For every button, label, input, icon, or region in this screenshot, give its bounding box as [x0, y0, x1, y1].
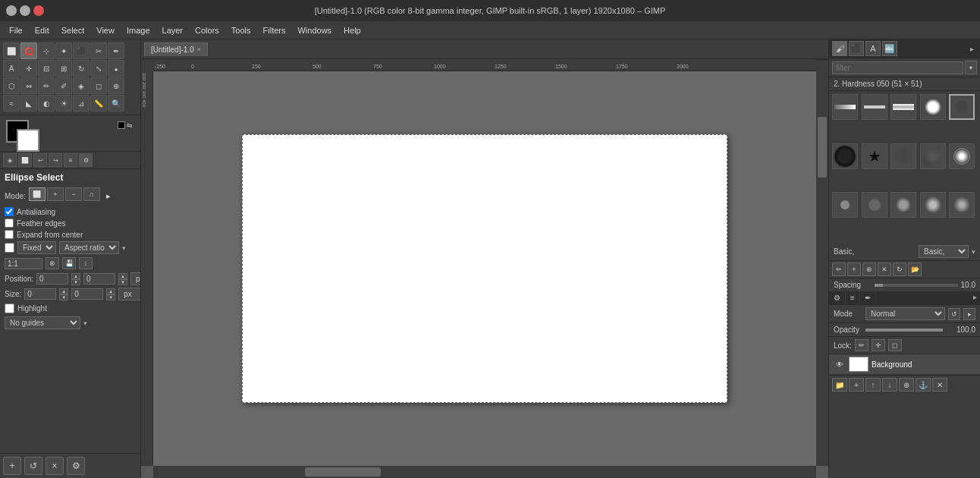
brush-sm-circle[interactable]	[832, 192, 858, 218]
brush-dup-btn[interactable]: ⊕	[862, 263, 876, 276]
raise-layer-btn[interactable]: ↑	[865, 378, 881, 392]
layer-mode-select[interactable]: Normal Multiply Screen Overlay	[865, 307, 945, 320]
brush-filter-input[interactable]	[832, 61, 963, 74]
menu-select[interactable]: Select	[55, 24, 91, 36]
menu-colors[interactable]: Colors	[189, 24, 225, 36]
size-w-up[interactable]: ▲	[59, 288, 68, 294]
tool-dodge[interactable]: ☀	[55, 95, 72, 112]
brush-open-btn[interactable]: 📂	[908, 263, 922, 276]
tool-scale[interactable]: ⤡	[90, 60, 107, 77]
spacing-slider[interactable]	[875, 284, 958, 287]
highlight-checkbox[interactable]	[5, 303, 14, 313]
tool-pencil[interactable]: ✐	[55, 77, 72, 94]
tool-color-picker[interactable]: ⊿	[73, 95, 90, 112]
tool-move[interactable]: ✛	[20, 60, 37, 77]
ratio-reset-btn[interactable]: ⊗	[46, 257, 59, 269]
brush-splash2[interactable]	[920, 143, 946, 169]
delete-tool-btn[interactable]: ×	[46, 457, 64, 475]
size-h-up[interactable]: ▲	[106, 288, 115, 294]
opacity-slider[interactable]	[865, 329, 943, 332]
scrollbar-h-thumb[interactable]	[305, 467, 381, 476]
menu-view[interactable]: View	[90, 24, 121, 36]
swap-colors-icon[interactable]: ⇆	[127, 121, 133, 129]
expand-icon[interactable]: ▸	[106, 191, 111, 201]
maximize-button[interactable]	[20, 5, 30, 16]
minimize-button[interactable]	[6, 5, 17, 16]
fixed-checkbox[interactable]	[5, 243, 14, 253]
brush-c14[interactable]	[920, 192, 946, 218]
brushes-tab[interactable]: 🖌	[832, 41, 847, 56]
menu-tools[interactable]: Tools	[225, 24, 257, 36]
tool-text[interactable]: A	[3, 60, 20, 77]
scrollbar-v-thumb[interactable]	[818, 117, 827, 178]
brush-big-soft[interactable]	[832, 143, 858, 169]
preset-arrow[interactable]: ▾	[972, 248, 975, 256]
size-w-down[interactable]: ▼	[59, 294, 68, 300]
pos-y-input[interactable]	[83, 273, 115, 285]
anchor-layer-btn[interactable]: ⚓	[916, 378, 931, 392]
tool-bucket[interactable]: ◣	[20, 95, 37, 112]
feather-checkbox[interactable]	[5, 219, 14, 228]
tool-paint[interactable]: ✏	[38, 77, 55, 94]
brush-del-btn[interactable]: ✕	[878, 263, 891, 276]
pos-unit-select[interactable]: px in mm	[130, 272, 140, 285]
size-unit-select[interactable]: px in mm	[118, 288, 140, 300]
pos-x-input[interactable]	[36, 273, 68, 285]
quick-mask-icon[interactable]: ⬜	[18, 153, 32, 167]
paint-modes-icon[interactable]: ◈	[3, 153, 17, 167]
aspect-select[interactable]: Aspect ratio Width Height Size	[59, 241, 119, 254]
tool-align[interactable]: ⊟	[38, 60, 55, 77]
mode-replace[interactable]: ⬜	[29, 187, 46, 201]
filter-dropdown-btn[interactable]: ▾	[965, 61, 977, 74]
gradients-tab[interactable]: A	[865, 41, 881, 56]
tool-select-by-color[interactable]: ⬛	[73, 42, 90, 59]
menu-windows[interactable]: Windows	[291, 24, 338, 36]
brush-hardsq[interactable]	[862, 94, 887, 120]
tool-ellipse-select[interactable]: ⭕	[20, 42, 37, 59]
layer-mode-extra[interactable]: ▸	[963, 308, 975, 320]
tool-rotate[interactable]: ↻	[73, 60, 90, 77]
brush-line1[interactable]	[832, 94, 858, 120]
tool-airbrush[interactable]: ◈	[73, 77, 90, 94]
pos-y-down[interactable]: ▼	[118, 279, 127, 285]
pos-y-up[interactable]: ▲	[118, 273, 127, 279]
brush-splash1[interactable]	[890, 143, 916, 169]
size-h-input[interactable]	[71, 288, 103, 300]
tool-clone[interactable]: ⊕	[108, 77, 124, 94]
undo-icon[interactable]: ↩	[33, 153, 47, 167]
dup-layer-btn[interactable]: ⊕	[899, 378, 914, 392]
fixed-select[interactable]: Fixed	[17, 241, 56, 254]
tool-fuzzy-select[interactable]: ✦	[55, 42, 72, 59]
pos-x-down[interactable]: ▼	[71, 279, 80, 285]
lock-pixels-btn[interactable]: ✏	[855, 339, 868, 351]
menu-filters[interactable]: Filters	[257, 24, 292, 36]
fonts-tab[interactable]: 🔤	[882, 41, 897, 56]
new-layer-btn[interactable]: +	[849, 378, 864, 392]
ratio-swap-btn[interactable]: ↕	[79, 257, 93, 269]
tool-erase[interactable]: ◻	[90, 77, 107, 94]
patterns-tab[interactable]: ⬛	[849, 41, 864, 56]
fixed-dropdown-icon[interactable]: ▾	[122, 244, 126, 252]
menu-help[interactable]: Help	[338, 24, 367, 36]
brush-stripe[interactable]	[890, 94, 916, 120]
brush-c12[interactable]	[862, 192, 887, 218]
tool-crop[interactable]: ⊞	[55, 60, 72, 77]
tool-measure[interactable]: 📏	[90, 95, 107, 112]
brush-c15[interactable]	[949, 192, 975, 218]
brush-sm-hard[interactable]	[920, 94, 946, 120]
panel-expand-btn[interactable]: ▸	[966, 43, 977, 54]
tool-paths[interactable]: ✒	[108, 42, 124, 59]
canvas-viewport[interactable]	[153, 71, 816, 466]
canvas-tab[interactable]: [Untitled]-1.0 ×	[144, 42, 208, 56]
del-layer-btn[interactable]: ✕	[932, 378, 947, 392]
preset-select[interactable]: Basic, Complex Sketch	[919, 245, 969, 258]
tool-shear[interactable]: ⬥	[108, 60, 124, 77]
pos-x-up[interactable]: ▲	[71, 273, 80, 279]
brush-feather[interactable]	[949, 143, 975, 169]
tool-gradient[interactable]: ◐	[38, 95, 55, 112]
reset-colors[interactable]	[118, 121, 125, 129]
guides-arrow[interactable]: ▾	[83, 319, 87, 327]
layer-item[interactable]: 👁 Background	[829, 354, 980, 375]
brush-hardness050[interactable]	[949, 94, 975, 120]
undo-history-icon[interactable]: ≡	[64, 153, 77, 167]
